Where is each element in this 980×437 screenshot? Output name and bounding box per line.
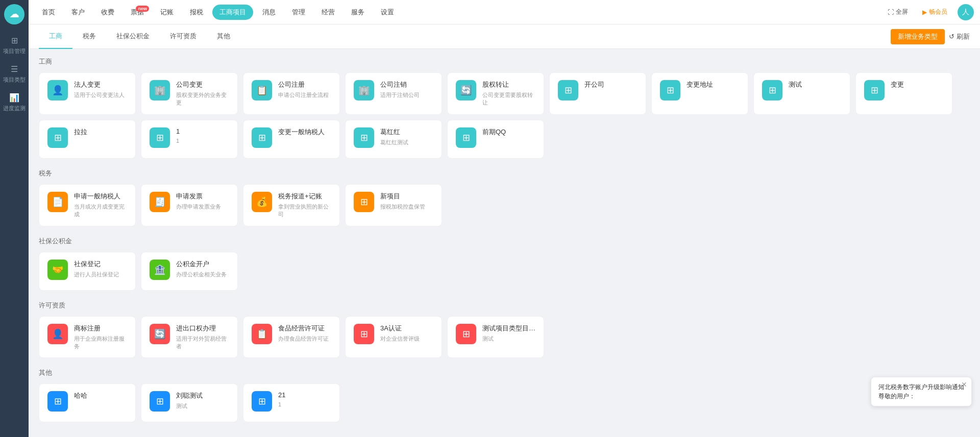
card-legal-change[interactable]: 👤 法人变更 适用于公司变更法人 <box>39 72 136 115</box>
tab-tax[interactable]: 税务 <box>72 24 106 49</box>
card-liucong-title: 刘聪测试 <box>176 391 229 400</box>
card-new-project[interactable]: ⊞ 新项目 报税加税控盘保管 <box>345 184 442 226</box>
card-food-license[interactable]: 📋 食品经营许可证 办理食品经营许可证 <box>243 316 340 358</box>
card-food-license-icon: 📋 <box>252 324 272 344</box>
card-company-register[interactable]: 📋 公司注册 申请公司注册全流程 <box>243 72 340 115</box>
card-lala[interactable]: ⊞ 拉拉 <box>39 120 136 159</box>
card-21[interactable]: ⊞ 21 1 <box>243 383 340 422</box>
refresh-button[interactable]: ↺ 刷新 <box>949 32 970 41</box>
card-test-type-icon: ⊞ <box>456 324 476 344</box>
card-equity-transfer[interactable]: 🔄 股权转让 公司变更需要股权转让 <box>447 72 544 115</box>
nav-item-manage[interactable]: 管理 <box>285 5 312 20</box>
nav-item-industry[interactable]: 工商项目 <box>212 5 253 20</box>
nav-item-ticket[interactable]: 票据 new <box>124 5 151 20</box>
card-test-type-title: 测试项目类型目定义 <box>482 324 535 333</box>
card-change2-title: 变更 <box>891 80 944 89</box>
card-change-address[interactable]: ⊞ 变更地址 <box>651 72 748 115</box>
progress-icon: 📊 <box>9 92 20 103</box>
nav-item-customer[interactable]: 客户 <box>64 5 92 20</box>
card-social-register-desc: 进行人员社保登记 <box>74 271 127 278</box>
card-qq[interactable]: ⊞ 前期QQ <box>447 120 544 159</box>
nav-item-home[interactable]: 首页 <box>35 5 62 20</box>
card-change2[interactable]: ⊞ 变更 <box>855 72 952 115</box>
notification-body: 尊敬的用户： <box>878 392 964 401</box>
card-test-title: 测试 <box>789 80 842 89</box>
tax-cards-grid: 📄 申请一般纳税人 当月或次月成变更完成 🧾 申请发票 办理申请发票业务 💰 <box>39 184 970 226</box>
card-3a-desc: 对企业信誉评级 <box>380 335 433 343</box>
fullscreen-button[interactable]: ⛶ 全屏 <box>884 6 912 18</box>
card-test-type[interactable]: ⊞ 测试项目类型目定义 测试 <box>447 316 544 358</box>
card-test[interactable]: ⊞ 测试 <box>753 72 850 115</box>
sidebar: ☁ ⊞ 项目管理 ☰ 项目类型 📊 进度监测 <box>0 0 29 437</box>
fullscreen-label: 全屏 <box>896 8 908 16</box>
card-apply-general-title: 申请一般纳税人 <box>74 192 127 201</box>
fullscreen-icon: ⛶ <box>888 9 894 16</box>
member-button[interactable]: ▶ 畅会员 <box>918 6 951 18</box>
card-haha[interactable]: ⊞ 哈哈 <box>39 383 136 422</box>
card-company-cancel[interactable]: 🏢 公司注销 适用于注销公司 <box>345 72 442 115</box>
logo[interactable]: ☁ <box>4 4 24 24</box>
section-social-title: 社保公积金 <box>39 237 970 246</box>
main-content: 工商 税务 社保公积金 许可资质 其他 新增业务类型 ↺ 刷新 工商 👤 法人变… <box>29 24 980 437</box>
section-industry: 工商 👤 法人变更 适用于公司变更法人 🏢 公司变更 股权变更外的业务变更 <box>39 57 970 159</box>
industry-cards-grid: 👤 法人变更 适用于公司变更法人 🏢 公司变更 股权变更外的业务变更 📋 <box>39 72 970 159</box>
nav-item-fee[interactable]: 收费 <box>94 5 121 20</box>
tab-other[interactable]: 其他 <box>207 24 240 49</box>
card-general-taxpayer[interactable]: ⊞ 变更一般纳税人 <box>243 120 340 159</box>
card-legal-change-icon: 👤 <box>47 80 68 100</box>
card-one[interactable]: ⊞ 1 1 <box>141 120 238 159</box>
notification-close-button[interactable]: ✕ <box>961 380 967 389</box>
card-trademark-icon: 👤 <box>47 324 68 344</box>
card-apply-invoice[interactable]: 🧾 申请发票 办理申请发票业务 <box>141 184 238 226</box>
card-company-register-icon: 📋 <box>252 80 272 100</box>
card-trademark-desc: 用于企业商标注册服务 <box>74 335 127 351</box>
nav-item-operation[interactable]: 经营 <box>314 5 342 20</box>
card-test-type-desc: 测试 <box>482 335 535 343</box>
project-management-icon: ⊞ <box>9 35 20 46</box>
user-avatar[interactable]: 人 <box>958 4 974 20</box>
card-apply-general[interactable]: 📄 申请一般纳税人 当月或次月成变更完成 <box>39 184 136 226</box>
card-import-export-icon: 🔄 <box>150 324 170 344</box>
card-company-change-title: 公司变更 <box>176 80 229 89</box>
card-open-company[interactable]: ⊞ 开公司 <box>549 72 646 115</box>
card-social-register[interactable]: 🤝 社保登记 进行人员社保登记 <box>39 252 136 291</box>
tab-industry[interactable]: 工商 <box>39 24 72 49</box>
nav-item-settings[interactable]: 设置 <box>374 5 401 20</box>
section-license: 许可资质 👤 商标注册 用于企业商标注册服务 🔄 进出口权办理 适用于对外贸易经… <box>39 301 970 358</box>
card-general-taxpayer-icon: ⊞ <box>252 127 272 148</box>
card-import-export[interactable]: 🔄 进出口权办理 适用于对外贸易经营者 <box>141 316 238 358</box>
sidebar-item-project-management[interactable]: ⊞ 项目管理 <box>0 31 29 59</box>
card-tax-accounting[interactable]: 💰 税务报道+记账 拿到营业执照的新公司 <box>243 184 340 226</box>
nav-item-tax[interactable]: 报税 <box>183 5 210 20</box>
section-tax: 税务 📄 申请一般纳税人 当月或次月成变更完成 🧾 申请发票 办理申请发票业务 <box>39 169 970 226</box>
tab-license[interactable]: 许可资质 <box>160 24 207 49</box>
card-general-taxpayer-title: 变更一般纳税人 <box>278 127 331 137</box>
nav-item-accounting[interactable]: 记账 <box>153 5 181 20</box>
nav-item-service[interactable]: 服务 <box>344 5 372 20</box>
card-apply-general-desc: 当月或次月成变更完成 <box>74 203 127 219</box>
tab-social[interactable]: 社保公积金 <box>106 24 160 49</box>
card-3a[interactable]: ⊞ 3A认证 对企业信誉评级 <box>345 316 442 358</box>
card-company-change-icon: 🏢 <box>150 80 170 100</box>
sidebar-item-progress[interactable]: 📊 进度监测 <box>0 88 29 116</box>
new-type-button[interactable]: 新增业务类型 <box>891 29 945 44</box>
section-other: 其他 ⊞ 哈哈 ⊞ 刘聪测试 测试 ⊞ <box>39 368 970 422</box>
card-haha-title: 哈哈 <box>74 391 127 400</box>
card-liucong[interactable]: ⊞ 刘聪测试 测试 <box>141 383 238 422</box>
page-content: 工商 👤 法人变更 适用于公司变更法人 🏢 公司变更 股权变更外的业务变更 <box>29 49 980 437</box>
card-trademark[interactable]: 👤 商标注册 用于企业商标注册服务 <box>39 316 136 358</box>
card-company-change[interactable]: 🏢 公司变更 股权变更外的业务变更 <box>141 72 238 115</box>
social-cards-grid: 🤝 社保登记 进行人员社保登记 🏦 公积金开户 办理公积金相关业务 <box>39 252 970 291</box>
card-gehonghong[interactable]: ⊞ 葛红红 葛红红测试 <box>345 120 442 159</box>
other-cards-grid: ⊞ 哈哈 ⊞ 刘聪测试 测试 ⊞ 21 <box>39 383 970 422</box>
card-fund-account-title: 公积金开户 <box>176 260 229 269</box>
sidebar-item-project-type[interactable]: ☰ 项目类型 <box>0 59 29 88</box>
card-food-license-title: 食品经营许可证 <box>278 324 331 333</box>
card-equity-transfer-desc: 公司变更需要股权转让 <box>482 91 535 107</box>
refresh-icon: ↺ <box>949 33 954 40</box>
card-equity-transfer-icon: 🔄 <box>456 80 476 100</box>
card-haha-icon: ⊞ <box>47 391 68 412</box>
nav-item-message[interactable]: 消息 <box>255 5 283 20</box>
card-fund-account[interactable]: 🏦 公积金开户 办理公积金相关业务 <box>141 252 238 291</box>
card-change-address-title: 变更地址 <box>687 80 740 89</box>
